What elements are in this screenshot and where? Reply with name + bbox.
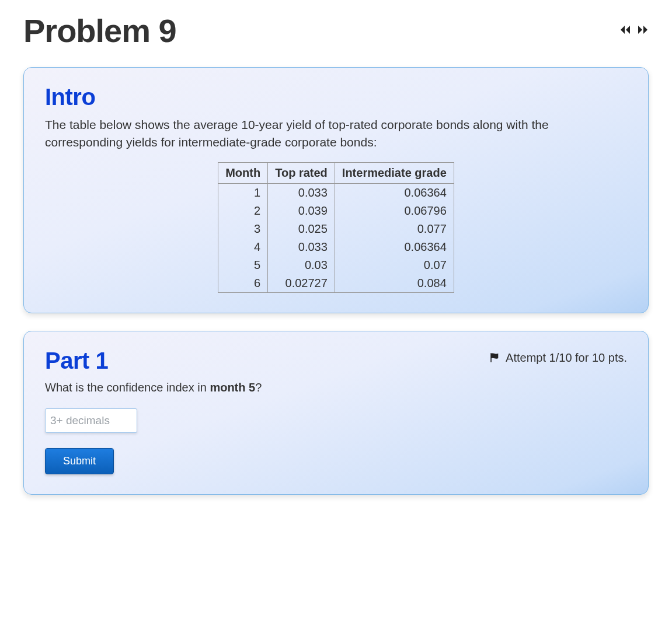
- part1-card: Part 1 Attempt 1/10 for 10 pts. What is …: [23, 331, 649, 495]
- cell-month: 2: [218, 202, 268, 220]
- answer-input[interactable]: [45, 408, 137, 433]
- table-row: 2 0.039 0.06796: [218, 202, 454, 220]
- part1-heading: Part 1: [45, 348, 108, 374]
- table-row: 5 0.03 0.07: [218, 256, 454, 274]
- header-row: Problem 9: [23, 12, 649, 50]
- intro-card: Intro The table below shows the average …: [23, 67, 649, 313]
- attempt-text: Attempt 1/10 for 10 pts.: [506, 351, 627, 365]
- col-intermediate-grade: Intermediate grade: [335, 162, 454, 183]
- cell-inter: 0.077: [335, 220, 454, 238]
- cell-top: 0.025: [268, 220, 335, 238]
- submit-button[interactable]: Submit: [45, 448, 114, 474]
- intro-text: The table below shows the average 10-yea…: [45, 116, 627, 152]
- table-wrap: Month Top rated Intermediate grade 1 0.0…: [45, 162, 627, 293]
- cell-inter: 0.084: [335, 274, 454, 293]
- table-row: 1 0.033 0.06364: [218, 183, 454, 202]
- intro-heading: Intro: [45, 84, 627, 110]
- cell-month: 1: [218, 183, 268, 202]
- cell-top: 0.039: [268, 202, 335, 220]
- cell-month: 6: [218, 274, 268, 293]
- col-month: Month: [218, 162, 268, 183]
- question-bold: month 5: [210, 381, 255, 394]
- cell-month: 5: [218, 256, 268, 274]
- flag-icon[interactable]: [489, 352, 500, 363]
- col-top-rated: Top rated: [268, 162, 335, 183]
- page-title: Problem 9: [23, 12, 176, 50]
- cell-inter: 0.06364: [335, 183, 454, 202]
- question-text: What is the confidence index in month 5?: [45, 381, 627, 394]
- cell-inter: 0.06796: [335, 202, 454, 220]
- cell-top: 0.02727: [268, 274, 335, 293]
- cell-month: 3: [218, 220, 268, 238]
- table-row: 6 0.02727 0.084: [218, 274, 454, 293]
- cell-month: 4: [218, 238, 268, 256]
- cell-top: 0.033: [268, 183, 335, 202]
- nav-arrows: [619, 23, 649, 39]
- prev-icon[interactable]: [619, 23, 631, 39]
- question-suffix: ?: [255, 381, 262, 394]
- question-prefix: What is the confidence index in: [45, 381, 210, 394]
- cell-inter: 0.07: [335, 256, 454, 274]
- cell-top: 0.033: [268, 238, 335, 256]
- yield-table: Month Top rated Intermediate grade 1 0.0…: [218, 162, 454, 293]
- next-icon[interactable]: [637, 23, 649, 39]
- cell-inter: 0.06364: [335, 238, 454, 256]
- table-row: 4 0.033 0.06364: [218, 238, 454, 256]
- cell-top: 0.03: [268, 256, 335, 274]
- table-header-row: Month Top rated Intermediate grade: [218, 162, 454, 183]
- attempt-box: Attempt 1/10 for 10 pts.: [489, 348, 627, 365]
- table-row: 3 0.025 0.077: [218, 220, 454, 238]
- part1-header-row: Part 1 Attempt 1/10 for 10 pts.: [45, 348, 627, 380]
